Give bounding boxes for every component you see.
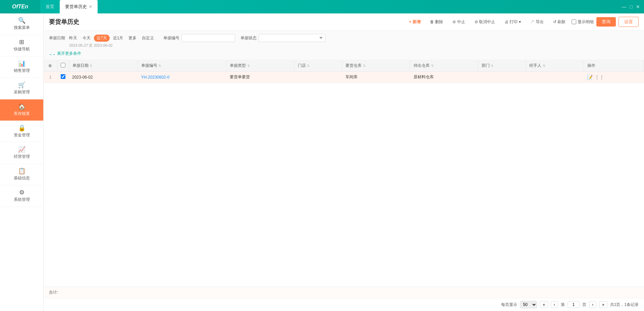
status-filter: 单据状态 xyxy=(240,34,326,42)
sidebar-item-inventory[interactable]: 🏠 库存核算 xyxy=(0,99,43,121)
maximize-button[interactable]: □ xyxy=(630,4,633,9)
col-department-sort-icon: ⇅ xyxy=(491,64,493,68)
sidebar-item-basic-info-label: 基础信息 xyxy=(14,175,30,181)
purchase-mgmt-icon: 🛒 xyxy=(18,82,25,88)
row-doc-type: 要货单要货 xyxy=(226,72,294,83)
doc-no-input[interactable] xyxy=(181,34,235,42)
sidebar: 🔍 搜索菜单 ⊞ 快捷导航 📊 销售管理 🛒 采购管理 🏠 库存核算 🔒 资金管… xyxy=(0,13,44,311)
sidebar-item-sales-mgmt[interactable]: 📊 销售管理 xyxy=(0,56,43,78)
date-btn-more[interactable]: 更多 xyxy=(126,35,139,42)
last-page-button[interactable]: » xyxy=(599,301,607,308)
tab-home[interactable]: 首页 xyxy=(40,0,60,13)
sales-mgmt-icon: 📊 xyxy=(18,60,25,66)
expand-more-button[interactable]: ⌄⌄ 展开更多条件 xyxy=(49,51,639,56)
date-btn-today[interactable]: 今天 xyxy=(80,35,93,42)
col-pending-warehouse[interactable]: 待出仓库 ⇅ xyxy=(410,60,478,72)
sidebar-item-purchase-mgmt[interactable]: 🛒 采购管理 xyxy=(0,78,43,99)
page-size-label: 每页显示 xyxy=(501,302,517,308)
col-handler[interactable]: 经手人 ⇅ xyxy=(526,60,584,72)
status-select[interactable] xyxy=(259,34,326,42)
date-range-text: 2023-05-27 至 2023-06-02 xyxy=(69,43,113,47)
col-doc-no-sort-icon: ⇅ xyxy=(158,64,161,68)
refresh-button[interactable]: ↺ 刷新 xyxy=(550,17,569,27)
date-btn-7days[interactable]: 近7天 xyxy=(94,35,110,42)
minimize-button[interactable]: — xyxy=(622,4,627,9)
stop-button[interactable]: ⊘ 中止 xyxy=(449,17,468,27)
col-action: 操作 xyxy=(584,60,644,72)
export-button[interactable]: ↗ 导出 xyxy=(527,17,547,27)
col-req-warehouse[interactable]: 要货仓库 ⇅ xyxy=(342,60,410,72)
basic-info-icon: 📋 xyxy=(18,168,25,174)
brand-logo: OfTEn xyxy=(0,0,40,13)
query-button[interactable]: 查询 xyxy=(596,17,616,27)
quick-nav-icon: ⊞ xyxy=(19,39,24,45)
window-close-button[interactable]: ✕ xyxy=(636,4,640,9)
col-doc-no[interactable]: 单据编号 ⇅ xyxy=(138,60,226,72)
inventory-icon: 🏠 xyxy=(18,103,25,109)
row-checkbox[interactable] xyxy=(57,72,69,83)
row-edit-button[interactable]: 📝 xyxy=(587,75,593,80)
display-detail-checkbox[interactable] xyxy=(572,19,576,24)
table-row[interactable]: 1 2023-06-02 YH-20230602-0 要货单要货 车间库 原材料… xyxy=(44,72,644,83)
col-store[interactable]: 门店 ⇅ xyxy=(294,60,342,72)
sidebar-item-search-menu[interactable]: 🔍 搜索菜单 xyxy=(0,13,43,35)
new-button[interactable]: + 新增 xyxy=(406,17,424,27)
col-pending-warehouse-label: 待出仓库 xyxy=(414,63,430,68)
row-actions: 📝 ⋮⋮ xyxy=(584,72,644,83)
next-page-button[interactable]: › xyxy=(589,301,596,308)
sidebar-item-finance-label: 资金管理 xyxy=(14,132,30,138)
first-page-button[interactable]: « xyxy=(540,301,548,308)
doc-no-link[interactable]: YH-20230602-0 xyxy=(141,75,169,80)
sidebar-item-finance[interactable]: 🔒 资金管理 xyxy=(0,121,43,142)
row-department xyxy=(478,72,526,83)
date-btn-custom[interactable]: 自定义 xyxy=(140,35,156,42)
expand-more-label: 展开更多条件 xyxy=(57,51,81,56)
sidebar-item-inventory-label: 库存核算 xyxy=(14,111,30,117)
cancel-stop-button[interactable]: ⊘ 取消中止 xyxy=(471,17,498,27)
col-doc-type-label: 单据类型 xyxy=(230,63,246,68)
sidebar-item-quick-nav[interactable]: ⊞ 快捷导航 xyxy=(0,35,43,56)
sidebar-item-basic-info[interactable]: 📋 基础信息 xyxy=(0,164,43,185)
col-handler-sort-icon: ⇅ xyxy=(543,64,545,68)
search-menu-icon: 🔍 xyxy=(18,17,25,24)
col-pending-warehouse-sort-icon: ⇅ xyxy=(431,64,434,68)
table-header-row: ⚙ 单据日期 ⇅ 单据编号 ⇅ 单据类型 xyxy=(44,60,644,72)
tab-close-icon[interactable]: ✕ xyxy=(89,4,92,9)
content-area: 要货单历史 + 新增 🗑 删除 ⊘ 中止 ⊘ 取消中止 🖨 打印 ▾ ↗ 导出 … xyxy=(44,13,644,311)
settings-button[interactable]: 设置 xyxy=(619,17,639,27)
date-btn-yesterday[interactable]: 昨天 xyxy=(67,35,79,42)
col-checkbox xyxy=(57,60,69,72)
sidebar-item-system-mgmt[interactable]: ⚙ 系统管理 xyxy=(0,185,43,207)
page-header: 要货单历史 + 新增 🗑 删除 ⊘ 中止 ⊘ 取消中止 🖨 打印 ▾ ↗ 导出 … xyxy=(44,13,644,31)
row-pending-warehouse: 原材料仓库 xyxy=(410,72,478,83)
page-number-input[interactable] xyxy=(568,301,580,308)
total-info: 共1页，1条记录 xyxy=(610,302,639,308)
row-store xyxy=(294,72,342,83)
delete-button[interactable]: 🗑 删除 xyxy=(427,17,446,27)
col-doc-type[interactable]: 单据类型 ⇅ xyxy=(226,60,294,72)
row-more-button[interactable]: ⋮⋮ xyxy=(595,75,604,80)
col-department[interactable]: 部门 ⇅ xyxy=(478,60,526,72)
col-doc-type-sort-icon: ⇅ xyxy=(247,64,250,68)
page-size-select[interactable]: 50 20 100 200 xyxy=(520,301,537,308)
col-handler-label: 经手人 xyxy=(529,63,541,68)
sidebar-item-operations[interactable]: 📈 经营管理 xyxy=(0,142,43,164)
date-btn-1month[interactable]: 近1月 xyxy=(111,35,125,42)
row-handler xyxy=(526,72,584,83)
col-store-sort-icon: ⇅ xyxy=(307,64,310,68)
tab-purchase-history-label: 要货单历史 xyxy=(65,4,87,10)
col-action-label: 操作 xyxy=(587,63,595,68)
sidebar-item-quick-nav-label: 快捷导航 xyxy=(14,46,30,52)
tab-purchase-history[interactable]: 要货单历史 ✕ xyxy=(60,0,98,13)
row-num: 1 xyxy=(44,72,57,83)
col-doc-date[interactable]: 单据日期 ⇅ xyxy=(69,60,138,72)
prev-page-button[interactable]: ‹ xyxy=(551,301,558,308)
doc-no-filter: 单据编号 xyxy=(163,34,235,42)
col-settings[interactable]: ⚙ xyxy=(44,60,57,72)
print-button[interactable]: 🖨 打印 ▾ xyxy=(501,17,524,27)
col-doc-date-sort-icon: ⇅ xyxy=(90,64,92,68)
date-filter: 单据日期 昨天 今天 近7天 近1月 更多 自定义 xyxy=(49,35,158,42)
display-detail-toggle[interactable]: 显示明细 xyxy=(572,19,594,25)
sidebar-item-search-menu-label: 搜索菜单 xyxy=(14,25,30,31)
select-all-checkbox[interactable] xyxy=(61,63,65,68)
